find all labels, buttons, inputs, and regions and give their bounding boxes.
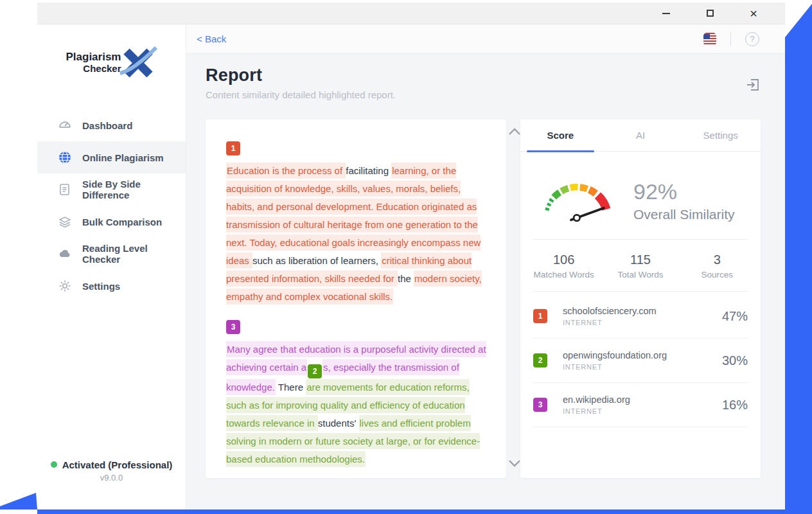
tab-ai[interactable]: AI [601, 120, 681, 151]
page-title: Report [206, 66, 396, 85]
content-topbar: < Back ? [186, 24, 785, 54]
score-panel-tabs: ScoreAISettings [520, 120, 761, 152]
logo-x-mark-icon [118, 45, 157, 80]
activation-status: Activated (Professional) v9.0.0 [37, 459, 186, 483]
us-flag-icon[interactable] [703, 33, 716, 46]
sidebar-item-label: Online Plagiarism [82, 152, 164, 163]
page-subtitle: Content similarity detailed highlighted … [206, 89, 396, 100]
doc-text: Education is the process of facilitating… [226, 162, 488, 306]
score-panel: ScoreAISettings 92% Overall Similarity 1… [520, 120, 761, 478]
stats-row: 106Matched Words115Total Words3Sources [520, 240, 761, 291]
source-row-en-wikipedia-org[interactable]: 3en.wikipedia.orgINTERNET16% [533, 383, 748, 427]
scroll-down-icon[interactable] [508, 459, 522, 470]
overall-similarity-label: Overall Similarity [633, 207, 735, 222]
source-domain: schoolofsciencery.com [563, 306, 722, 316]
stat-sources: 3Sources [679, 253, 755, 279]
source-domain: en.wikipedia.org [563, 394, 722, 405]
similarity-gauge-icon [534, 168, 624, 233]
sidebar-item-label: Dashboard [82, 120, 132, 131]
app-logo: Plagiarism Checker [37, 42, 186, 82]
activated-dot-icon [51, 461, 57, 468]
source-type: INTERNET [563, 319, 722, 326]
stat-value: 106 [525, 253, 602, 267]
stat-value: 115 [602, 253, 678, 267]
document-icon [58, 182, 72, 197]
logo-text-line1: Plagiarism [66, 51, 121, 64]
sidebar-item-label: Settings [82, 281, 120, 292]
layers-icon [58, 215, 72, 229]
doc-paragraph: 1Education is the process of facilitatin… [226, 141, 490, 306]
stat-label: Matched Words [525, 270, 602, 279]
close-icon[interactable]: × [744, 5, 763, 22]
maximize-icon[interactable] [700, 5, 719, 22]
back-link[interactable]: < Back [197, 33, 226, 44]
sidebar-nav: DashboardOnline PlagiarismSide By Side D… [37, 109, 186, 302]
stat-label: Sources [679, 270, 755, 279]
gear-icon [58, 279, 72, 293]
source-type: INTERNET [563, 363, 722, 371]
sidebar: Plagiarism Checker DashboardOnline Plagi… [37, 24, 186, 510]
stat-value: 3 [679, 253, 755, 267]
scroll-up-icon[interactable] [508, 127, 522, 139]
stat-label: Total Words [602, 270, 678, 279]
sidebar-item-label: Reading Level Checker [82, 243, 186, 265]
window-titlebar: × [37, 3, 785, 24]
stat-total-words: 115Total Words [602, 253, 678, 279]
source-domain: openwingsfoundation.org [563, 350, 722, 360]
doc-run: the [398, 273, 414, 284]
content-area: Report Content similarity detailed highl… [186, 54, 785, 510]
source-percent: 30% [722, 353, 748, 368]
doc-run: such as liberation of learners, [252, 255, 381, 266]
source-percent: 47% [722, 309, 748, 324]
source-badge-3: 3 [533, 398, 547, 412]
sidebar-item-online-plagiarism[interactable]: Online Plagiarism [37, 141, 186, 173]
doc-text: Many agree that education is a purposefu… [226, 341, 488, 468]
doc-run: Education is the process of [226, 163, 346, 179]
topbar-divider [730, 33, 731, 46]
source-badge-1[interactable]: 1 [226, 141, 240, 155]
minimize-icon[interactable] [657, 5, 676, 22]
export-report-icon[interactable] [745, 77, 761, 95]
doc-run: facilitating [346, 165, 391, 176]
sidebar-item-side-by-side-difference[interactable]: Side By Side Difference [37, 173, 186, 206]
document-text: 1Education is the process of facilitatin… [206, 120, 506, 478]
source-badge-2: 2 [533, 353, 547, 368]
doc-run: students' [318, 418, 359, 429]
source-percent: 16% [722, 398, 748, 412]
source-badge-2[interactable]: 2 [308, 364, 322, 378]
help-icon[interactable]: ? [745, 32, 759, 46]
sidebar-item-label: Bulk Comparison [82, 217, 162, 227]
source-row-openwingsfoundation-org[interactable]: 2openwingsfoundation.orgINTERNET30% [533, 339, 748, 383]
doc-paragraph: 3Many agree that education is a purposef… [226, 320, 490, 468]
dashboard-gauge-icon [58, 118, 72, 132]
activation-label: Activated (Professional) [62, 459, 173, 470]
globe-icon [58, 150, 72, 164]
sidebar-item-reading-level-checker[interactable]: Reading Level Checker [37, 238, 186, 270]
app-window: × Plagiarism Checker DashboardOnline Pla… [0, 0, 812, 514]
source-badge-1: 1 [533, 309, 547, 323]
source-row-schoolofsciencery-com[interactable]: 1schoolofsciencery.comINTERNET47% [533, 294, 748, 339]
doc-run: There [276, 382, 306, 393]
document-report-card: 1Education is the process of facilitatin… [206, 120, 506, 478]
stat-matched-words: 106Matched Words [525, 253, 602, 279]
cloud-icon [58, 247, 72, 261]
source-list: 1schoolofsciencery.comINTERNET47%2openwi… [520, 292, 761, 427]
overall-similarity-percent: 92% [633, 179, 735, 204]
tab-settings[interactable]: Settings [680, 120, 761, 151]
logo-text-line2: Checker [66, 63, 121, 74]
source-type: INTERNET [563, 407, 722, 415]
sidebar-item-bulk-comparison[interactable]: Bulk Comparison [37, 206, 186, 238]
sidebar-item-label: Side By Side Difference [82, 179, 186, 200]
app-version: v9.0.0 [37, 473, 186, 483]
sidebar-item-settings[interactable]: Settings [37, 270, 186, 302]
source-badge-3[interactable]: 3 [226, 320, 240, 334]
sidebar-item-dashboard[interactable]: Dashboard [37, 109, 186, 141]
tab-score[interactable]: Score [520, 120, 601, 151]
